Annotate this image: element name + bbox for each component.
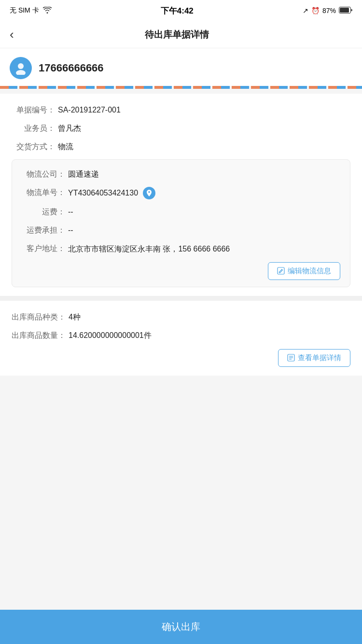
- salesman-label: 业务员：: [12, 123, 55, 134]
- svg-rect-4: [278, 267, 284, 274]
- location-arrow-icon: ↗: [303, 7, 308, 14]
- tracking-row: 物流单号： YT43064053424130: [22, 187, 340, 199]
- document-info-section: 单据编号： SA-20191227-001 业务员： 曾凡杰 交货方式： 物流 …: [0, 94, 362, 296]
- edit-icon: [277, 267, 285, 275]
- tracking-number: YT43064053424130: [68, 187, 138, 199]
- freight-label: 运费：: [22, 206, 65, 218]
- page-title: 待出库单据详情: [18, 28, 336, 41]
- status-bar: 无 SIM 卡 下午4:42 ↗ ⏰ 87%: [0, 0, 362, 21]
- status-left: 无 SIM 卡: [10, 6, 52, 15]
- goods-types-value: 4种: [69, 311, 350, 323]
- dashed-divider: [0, 86, 362, 89]
- svg-point-2: [18, 63, 24, 69]
- document-number-label: 单据编号：: [12, 104, 55, 116]
- status-right: ↗ ⏰ 87%: [303, 7, 352, 15]
- edit-logistics-button[interactable]: 编辑物流信息: [268, 262, 340, 280]
- section-divider: [0, 296, 362, 301]
- address-text: 北京市市辖区海淀区永丰南 张，156 6666 6666: [68, 243, 230, 255]
- document-icon: [287, 354, 295, 362]
- page-spacer: [0, 376, 362, 472]
- document-number-row: 单据编号： SA-20191227-001: [12, 104, 350, 116]
- view-details-btn-wrap: 查看单据详情: [12, 349, 350, 367]
- customer-header: 17666666666: [0, 48, 362, 86]
- avatar: [10, 57, 32, 79]
- freight-bear-row: 运费承担： --: [22, 224, 340, 236]
- goods-quantity-label: 出库商品数量：: [12, 330, 66, 341]
- delivery-row: 交货方式： 物流: [12, 141, 350, 153]
- freight-bear-label: 运费承担：: [22, 224, 65, 236]
- salesman-row: 业务员： 曾凡杰: [12, 123, 350, 134]
- salesman-value: 曾凡杰: [58, 123, 350, 134]
- view-details-label: 查看单据详情: [298, 353, 341, 363]
- tracking-value-wrap: YT43064053424130: [68, 187, 340, 199]
- customer-phone: 17666666666: [39, 62, 104, 74]
- svg-rect-1: [340, 8, 349, 13]
- svg-point-3: [16, 70, 26, 75]
- delivery-label: 交货方式：: [12, 141, 55, 153]
- address-value: 北京市市辖区海淀区永丰南 张，156 6666 6666: [68, 243, 340, 255]
- logistics-company-value: 圆通速递: [68, 168, 340, 180]
- status-time: 下午4:42: [161, 5, 194, 16]
- edit-logistics-label: 编辑物流信息: [288, 266, 331, 276]
- confirm-btn-wrap: 确认出库: [0, 610, 362, 644]
- nav-bar: ‹ 待出库单据详情: [0, 21, 362, 48]
- sim-label: 无 SIM 卡: [10, 6, 39, 15]
- clock-status-icon: ⏰: [311, 7, 320, 14]
- delivery-value: 物流: [58, 141, 350, 153]
- page-content: 17666666666 单据编号： SA-20191227-001 业务员： 曾…: [0, 48, 362, 605]
- freight-row: 运费： --: [22, 206, 340, 218]
- logistics-company-label: 物流公司：: [22, 168, 65, 180]
- battery-icon: [339, 7, 352, 15]
- track-location-button[interactable]: [143, 187, 155, 199]
- goods-types-row: 出库商品种类： 4种: [12, 311, 350, 323]
- back-button[interactable]: ‹: [10, 23, 18, 46]
- goods-quantity-row: 出库商品数量： 14.620000000000001件: [12, 330, 350, 341]
- wifi-icon: [43, 7, 52, 15]
- battery-percent: 87%: [322, 7, 336, 14]
- document-number-value: SA-20191227-001: [58, 104, 350, 116]
- confirm-outbound-button[interactable]: 确认出库: [0, 610, 362, 644]
- goods-section: 出库商品种类： 4种 出库商品数量： 14.620000000000001件 查…: [0, 301, 362, 376]
- tracking-label: 物流单号：: [22, 187, 65, 198]
- goods-types-label: 出库商品种类：: [12, 311, 66, 323]
- logistics-company-row: 物流公司： 圆通速递: [22, 168, 340, 180]
- address-label: 客户地址：: [22, 243, 65, 254]
- edit-logistics-btn-wrap: 编辑物流信息: [22, 262, 340, 280]
- logistics-card: 物流公司： 圆通速递 物流单号： YT43064053424130 运费： --: [12, 159, 350, 287]
- view-details-button[interactable]: 查看单据详情: [278, 349, 350, 367]
- freight-value: --: [68, 206, 340, 218]
- goods-quantity-value: 14.620000000000001件: [69, 330, 350, 341]
- freight-bear-value: --: [68, 224, 340, 236]
- address-row: 客户地址： 北京市市辖区海淀区永丰南 张，156 6666 6666: [22, 243, 340, 255]
